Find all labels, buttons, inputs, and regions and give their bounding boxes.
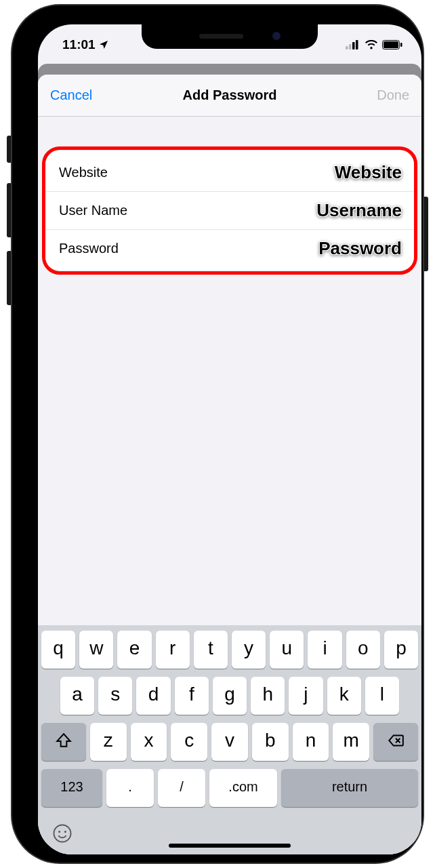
location-arrow-icon <box>98 39 109 50</box>
cancel-button[interactable]: Cancel <box>50 87 104 103</box>
password-row[interactable]: Password Password <box>45 230 414 270</box>
form-highlight: Website Website User Name Username Passw… <box>42 146 417 275</box>
key-v[interactable]: v <box>211 723 248 761</box>
wifi-icon <box>365 40 378 50</box>
screen: 11:01 <box>38 24 421 854</box>
nav-bar: Cancel Add Password Done <box>38 75 421 117</box>
key-j[interactable]: j <box>289 677 323 715</box>
key-u[interactable]: u <box>270 631 304 669</box>
backspace-icon <box>387 732 405 749</box>
key-s[interactable]: s <box>98 677 132 715</box>
key-w[interactable]: w <box>79 631 113 669</box>
phone-frame: 11:01 <box>12 5 423 863</box>
username-row[interactable]: User Name Username <box>45 192 414 230</box>
status-time: 11:01 <box>62 37 96 52</box>
svg-point-8 <box>59 831 60 831</box>
username-label: User Name <box>59 203 127 218</box>
return-key[interactable]: return <box>281 769 418 807</box>
key-l[interactable]: l <box>365 677 399 715</box>
dot-key[interactable]: . <box>106 769 154 807</box>
key-r[interactable]: r <box>156 631 190 669</box>
key-t[interactable]: t <box>194 631 228 669</box>
key-n[interactable]: n <box>293 723 329 761</box>
key-e[interactable]: e <box>117 631 151 669</box>
website-value-overlay: Website <box>335 162 402 183</box>
username-value-overlay: Username <box>316 200 402 221</box>
password-label: Password <box>59 241 119 256</box>
key-d[interactable]: d <box>136 677 170 715</box>
key-b[interactable]: b <box>252 723 289 761</box>
key-i[interactable]: i <box>308 631 341 669</box>
key-c[interactable]: c <box>171 723 207 761</box>
emoji-icon <box>52 823 72 844</box>
modal-sheet: Cancel Add Password Done Website Website… <box>38 75 421 854</box>
svg-point-7 <box>54 825 71 842</box>
key-f[interactable]: f <box>175 677 209 715</box>
svg-rect-2 <box>352 42 355 50</box>
signal-icon <box>346 40 360 50</box>
emoji-key[interactable] <box>52 823 72 848</box>
website-label: Website <box>59 165 108 180</box>
key-k[interactable]: k <box>327 677 361 715</box>
key-x[interactable]: x <box>131 723 167 761</box>
svg-rect-0 <box>346 46 348 50</box>
key-h[interactable]: h <box>251 677 285 715</box>
key-p[interactable]: p <box>384 631 418 669</box>
shift-icon <box>55 732 72 749</box>
numbers-key[interactable]: 123 <box>41 769 102 807</box>
backspace-key[interactable] <box>373 723 418 761</box>
password-value-overlay: Password <box>318 238 402 259</box>
svg-rect-1 <box>349 44 352 50</box>
key-m[interactable]: m <box>333 723 369 761</box>
svg-rect-3 <box>356 40 358 50</box>
svg-point-9 <box>65 831 66 831</box>
keyboard: q w e r t y u i o p a s d f g h <box>38 625 421 854</box>
key-g[interactable]: g <box>213 677 247 715</box>
home-indicator[interactable] <box>169 844 291 848</box>
battery-icon <box>382 40 402 50</box>
key-q[interactable]: q <box>41 631 75 669</box>
svg-rect-5 <box>384 41 398 48</box>
key-a[interactable]: a <box>60 677 94 715</box>
notch <box>142 24 318 49</box>
shift-key[interactable] <box>41 723 86 761</box>
key-y[interactable]: y <box>232 631 266 669</box>
done-button[interactable]: Done <box>355 87 409 103</box>
slash-key[interactable]: / <box>158 769 205 807</box>
website-row[interactable]: Website Website <box>45 151 414 192</box>
svg-rect-6 <box>400 43 402 47</box>
key-z[interactable]: z <box>90 723 127 761</box>
page-title: Add Password <box>104 87 355 103</box>
com-key[interactable]: .com <box>209 769 277 807</box>
key-o[interactable]: o <box>346 631 380 669</box>
